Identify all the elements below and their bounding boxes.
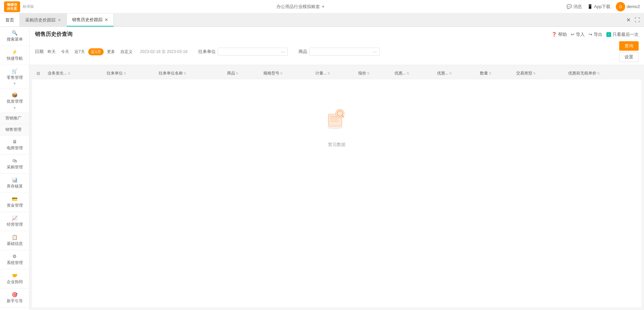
sidebar-item-new-guide[interactable]: 🎯 新手引导 [0,289,29,308]
sidebar-item-enterprise-collab-label: 企业协同 [7,279,23,285]
sidebar-item-system[interactable]: ⚙ 系统管理 [0,250,29,269]
tab-sales-history[interactable]: 销售历史价跟踪 ✕ [67,13,114,27]
app-download-button[interactable]: 📱 App下载 [587,4,610,10]
system-icon: ⚙ [12,254,17,259]
table-col-goods[interactable]: 商品⇅ [224,68,260,79]
empty-state: 暂元数据 [32,79,641,174]
date-btn-today[interactable]: 今天 [59,48,71,55]
sidebar-item-search-menu-label: 搜索菜单 [7,37,23,42]
date-btn-7days[interactable]: 近7天 [72,48,87,55]
import-icon: ↩ [571,32,575,37]
sidebar-item-basic-info-label: 基础信息 [7,241,23,247]
table-col-spec[interactable]: 规格型号⇅ [260,68,312,79]
quick-nav-icon: ⚡ [12,49,17,55]
partner-input-box[interactable]: ··· [218,48,288,56]
sidebar-item-retail-mgmt[interactable]: 🛒 零售管理 ▾ [0,65,29,89]
topbar-right: 💬 消息 📱 App下载 D demo2 [567,2,640,11]
sidebar-item-inventory[interactable]: 📊 库存核算 [0,174,29,193]
date-filter: 日期 昨天 今天 近7天 近1月 更多 自定义 [35,48,135,55]
filter-row: 日期 昨天 今天 近7天 近1月 更多 自定义 2023-02-18 至 202… [35,41,639,62]
date-btn-more[interactable]: 更多 [105,48,117,55]
svg-point-0 [327,126,343,129]
settings-button[interactable]: 设置 [619,52,639,62]
app-download-label: App下载 [594,4,610,10]
user-profile[interactable]: D demo2 [616,2,640,11]
page-title: 销售历史价查询 [35,31,72,38]
page-header: 销售历史价查询 ❓ 帮助 ↩ 导入 ↪ 导出 [30,27,644,65]
marketing-label: 营销推广 [5,116,21,120]
date-label: 日期 [35,49,44,55]
date-btn-1month[interactable]: 近1月 [88,48,104,55]
tab-purchase-history-label: 采购历史价跟踪 [25,17,56,23]
table-settings-gear-icon[interactable]: ⚙ [36,71,41,76]
empty-illustration [322,106,352,136]
sidebar-item-finance-label: 资金管理 [7,203,23,208]
sidebar-item-wholesale-mgmt[interactable]: 📦 批发管理 ▴ [0,89,29,113]
sidebar-item-search-menu[interactable]: 🔍 搜索菜单 [0,27,29,46]
retail-mgmt-arrow-icon: ▾ [14,82,15,85]
goods-input-box[interactable]: ··· [309,48,380,56]
sidebar-item-enterprise-collab[interactable]: 🤝 企业协同 [0,269,29,289]
tab-purchase-history[interactable]: 采购历史价跟踪 ✕ [20,13,67,27]
table-col-qty[interactable]: 数量⇅ [477,68,513,79]
goods-filter: 商品 ··· [299,48,380,56]
table-container: ⚙ 业务发生...⇅ 往来单位⇅ 往来单位名称⇅ 商品⇅ 规格型号⇅ 计量...… [32,68,641,307]
tab-home[interactable]: 首页 [0,13,20,27]
sidebar-item-purchase-mgmt-label: 采购管理 [7,164,23,170]
sidebar-item-quick-nav[interactable]: ⚡ 快捷导航 [0,46,29,65]
sidebar-item-sales-mgmt[interactable]: 销售管理 [0,124,29,136]
sidebar-item-purchase-mgmt[interactable]: 🛍 采购管理 [0,155,29,174]
avatar: D [616,2,625,11]
table-col-unit[interactable]: 计量...⇅ [312,68,355,79]
sidebar-item-retail-mgmt-label: 零售管理 [7,75,23,81]
import-button[interactable]: ↩ 导入 [571,32,585,38]
topbar-center: 办公用品行业模拟账套 ▾ [276,4,324,10]
table-col-quote[interactable]: 报价⇅ [355,68,391,79]
table-col-discount2[interactable]: 优惠...⇅ [434,68,477,79]
data-table: ⚙ 业务发生...⇅ 往来单位⇅ 往来单位名称⇅ 商品⇅ 规格型号⇅ 计量...… [32,68,641,79]
export-button[interactable]: ↪ 导出 [589,32,602,38]
only-last-checkbox-item[interactable]: 只看最后一次 [606,32,639,38]
user-name: demo2 [627,4,640,9]
close-all-tabs-icon[interactable]: ✕ [626,17,631,23]
date-range: 2023-02-18 至 2023-03-18 [140,49,187,55]
content-area: 销售历史价查询 ❓ 帮助 ↩ 导入 ↪ 导出 [30,27,644,310]
dropdown-arrow-icon[interactable]: ▾ [322,4,324,9]
sidebar-item-finance[interactable]: 💳 资金管理 [0,193,29,212]
table-col-pretax-price[interactable]: 优惠前无税单价⇅ [565,68,641,79]
svg-rect-4 [330,120,339,121]
partner-input[interactable] [221,49,281,54]
sidebar-item-quick-nav-label: 快捷导航 [7,56,23,61]
im-icon: 💬 [567,4,572,9]
search-button[interactable]: 查询 [619,41,639,51]
tab-purchase-history-close-icon[interactable]: ✕ [58,18,61,22]
partner-dots-icon[interactable]: ··· [281,49,285,54]
tab-sales-history-label: 销售历史价跟踪 [72,17,103,23]
im-button[interactable]: 💬 消息 [567,4,582,10]
table-col-biz-date[interactable]: 业务发生...⇅ [44,68,103,79]
only-last-checkbox[interactable] [606,32,611,37]
table-col-partner-name[interactable]: 往来单位名称⇅ [155,68,224,79]
goods-dots-icon[interactable]: ··· [373,49,377,54]
table-col-discount1[interactable]: 优惠...⇅ [391,68,434,79]
help-label: 帮助 [558,32,567,38]
table-col-trade-type[interactable]: 交易类型⇅ [513,68,565,79]
maximize-icon[interactable]: ⛶ [635,17,640,23]
sidebar-item-marketing[interactable]: 营销推广 [0,113,29,124]
tab-sales-history-close-icon[interactable]: ✕ [105,17,108,22]
empty-text: 暂元数据 [328,142,345,148]
sidebar-item-operations[interactable]: 📈 经营管理 [0,212,29,231]
logo: 畅捷信好生意 [4,1,20,12]
sidebar-item-ecommerce[interactable]: 🖥 电商管理 [0,136,29,155]
table-col-partner-code[interactable]: 往来单位⇅ [103,68,156,79]
enterprise-collab-icon: 🤝 [12,273,17,278]
sidebar-item-ecommerce-label: 电商管理 [7,145,23,151]
date-btn-yesterday[interactable]: 昨天 [46,48,58,55]
date-btn-custom[interactable]: 自定义 [118,48,135,55]
sidebar-item-basic-info[interactable]: 📋 基础信息 [0,231,29,250]
sidebar-item-app-center[interactable]: 📱 应用中心 [0,308,29,310]
help-button[interactable]: ❓ 帮助 [551,32,567,38]
goods-input[interactable] [312,49,373,54]
partner-label: 往来单位 [198,49,216,55]
dropdown-label[interactable]: 办公用品行业模拟账套 [276,4,320,10]
